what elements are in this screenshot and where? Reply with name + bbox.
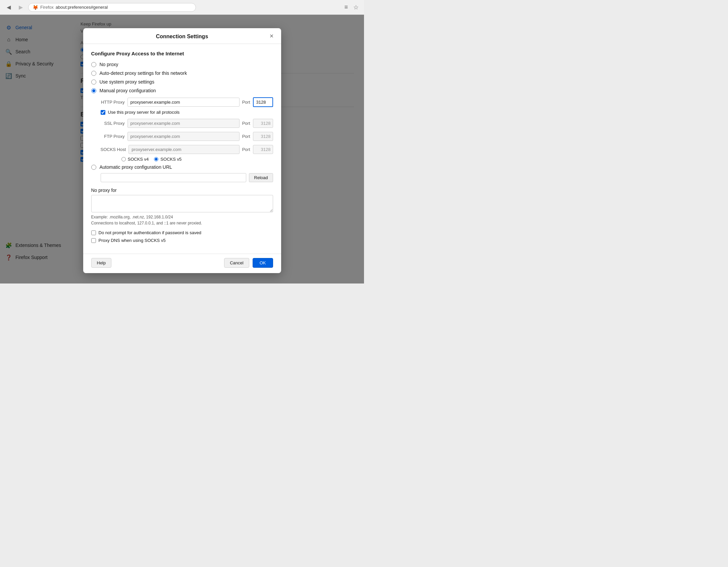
noproxy-example: Example: .mozilla.org, .net.nz, 192.168.…: [91, 215, 273, 219]
help-button[interactable]: Help: [91, 258, 112, 268]
ssl-port-input[interactable]: [253, 119, 273, 128]
system-proxy-label: Use system proxy settings: [100, 79, 154, 85]
noproxy-input[interactable]: [91, 195, 273, 212]
bottom-checks: Do not prompt for authentication if pass…: [91, 230, 273, 243]
proxy-dns-label: Proxy DNS when using SOCKS v5: [99, 238, 166, 243]
socks-v5-radio[interactable]: [154, 157, 158, 161]
system-proxy-radio[interactable]: [91, 80, 96, 85]
list-button[interactable]: ≡: [343, 2, 349, 12]
auto-detect-radio[interactable]: [91, 71, 96, 76]
ftp-port-input[interactable]: [253, 132, 273, 141]
auto-proxy-url-input-row: Reload: [101, 173, 273, 182]
http-proxy-input[interactable]: [127, 98, 240, 107]
toolbar-right: ≡ ☆: [343, 2, 360, 12]
socks-version-row: SOCKS v4 SOCKS v5: [121, 157, 273, 162]
socks-host-row: SOCKS Host Port: [101, 145, 273, 154]
connection-settings-dialog: Connection Settings × Configure Proxy Ac…: [83, 28, 281, 273]
auto-proxy-url-input[interactable]: [101, 173, 247, 182]
use-for-all-label: Use this proxy server for all protocols: [108, 110, 180, 115]
manual-proxy-option[interactable]: Manual proxy configuration: [91, 88, 273, 93]
socks-port-label: Port: [242, 147, 250, 152]
proxy-dns-checkbox[interactable]: [91, 238, 96, 243]
auto-detect-label: Auto-detect proxy settings for this netw…: [100, 70, 187, 76]
ftp-proxy-label: FTP Proxy: [101, 134, 125, 139]
socks-v4-option[interactable]: SOCKS v4: [121, 157, 149, 162]
proxy-section-title: Configure Proxy Access to the Internet: [91, 51, 273, 56]
socks-port-input[interactable]: [253, 145, 273, 154]
http-proxy-label: HTTP Proxy: [101, 100, 125, 105]
socks-v4-label: SOCKS v4: [128, 157, 149, 162]
browser-chrome: ◀ ▶ 🦊 Firefox about:preferences#general …: [0, 0, 364, 15]
noproxy-label: No proxy for: [91, 188, 273, 193]
dialog-body: Configure Proxy Access to the Internet N…: [83, 44, 281, 251]
firefox-label: Firefox: [40, 5, 54, 10]
dialog-footer: Help Cancel OK: [83, 254, 281, 273]
firefox-icon: 🦊: [33, 5, 38, 10]
socks-host-input[interactable]: [128, 145, 239, 154]
no-proxy-option[interactable]: No proxy: [91, 62, 273, 67]
use-for-all-checkbox[interactable]: [101, 110, 105, 115]
ssl-proxy-input[interactable]: [127, 119, 240, 128]
socks-v5-label: SOCKS v5: [160, 157, 181, 162]
back-button[interactable]: ◀: [4, 3, 13, 12]
star-button[interactable]: ☆: [352, 2, 360, 12]
modal-overlay: Connection Settings × Configure Proxy Ac…: [0, 15, 364, 284]
http-port-input[interactable]: [253, 97, 273, 107]
auto-proxy-url-option[interactable]: Automatic proxy configuration URL: [91, 164, 273, 170]
ssl-proxy-row: SSL Proxy Port: [101, 119, 273, 128]
use-for-all-row: Use this proxy server for all protocols: [101, 110, 273, 115]
no-proxy-label: No proxy: [100, 62, 118, 67]
ssl-port-label: Port: [242, 121, 250, 126]
auto-proxy-url-radio[interactable]: [91, 165, 96, 170]
http-port-label: Port: [242, 100, 250, 105]
cancel-button[interactable]: Cancel: [224, 258, 249, 268]
socks-v4-radio[interactable]: [121, 157, 126, 161]
noproxy-section: No proxy for Example: .mozilla.org, .net…: [91, 188, 273, 225]
ftp-port-label: Port: [242, 134, 250, 139]
no-proxy-radio[interactable]: [91, 62, 96, 67]
no-auth-prompt-row: Do not prompt for authentication if pass…: [91, 230, 273, 235]
ssl-proxy-label: SSL Proxy: [101, 121, 125, 126]
ok-button[interactable]: OK: [253, 258, 273, 268]
dialog-title: Connection Settings: [156, 34, 208, 40]
no-auth-checkbox[interactable]: [91, 230, 96, 235]
dialog-header: Connection Settings ×: [83, 28, 281, 44]
main-content: ⚙ General ⌂ Home 🔍 Search 🔒 Privacy & Se…: [0, 15, 364, 284]
manual-proxy-radio[interactable]: [91, 88, 96, 93]
ftp-proxy-row: FTP Proxy Port: [101, 132, 273, 141]
dialog-close-button[interactable]: ×: [268, 32, 276, 40]
address-bar[interactable]: 🦊 Firefox about:preferences#general: [28, 3, 196, 12]
no-auth-label: Do not prompt for authentication if pass…: [99, 230, 201, 235]
manual-proxy-label: Manual proxy configuration: [100, 88, 156, 93]
auto-proxy-url-label: Automatic proxy configuration URL: [100, 164, 172, 170]
proxy-dns-row: Proxy DNS when using SOCKS v5: [91, 238, 273, 243]
footer-right: Cancel OK: [224, 258, 273, 268]
address-text: about:preferences#general: [56, 5, 108, 10]
reload-button[interactable]: Reload: [249, 173, 273, 182]
socks-v5-option[interactable]: SOCKS v5: [154, 157, 181, 162]
forward-button[interactable]: ▶: [16, 3, 25, 12]
auto-detect-option[interactable]: Auto-detect proxy settings for this netw…: [91, 70, 273, 76]
noproxy-connections: Connections to localhost, 127.0.0.1, and…: [91, 221, 273, 225]
socks-host-label: SOCKS Host: [101, 147, 126, 152]
system-proxy-option[interactable]: Use system proxy settings: [91, 79, 273, 85]
http-proxy-row: HTTP Proxy Port: [101, 97, 273, 107]
ftp-proxy-input[interactable]: [127, 132, 240, 141]
